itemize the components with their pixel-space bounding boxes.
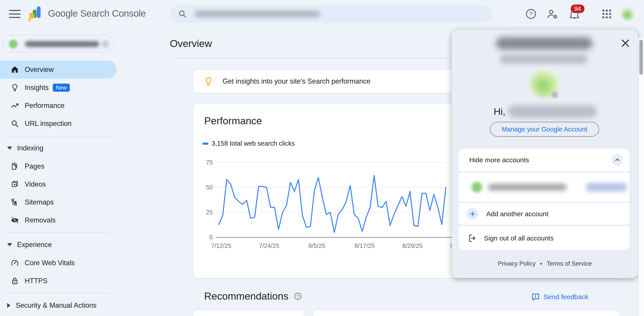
magnifier-icon: [10, 119, 19, 128]
sidebar-item-label: URL inspection: [25, 120, 72, 128]
sidebar-nav: Overview Insights New Performance URL in…: [0, 28, 117, 316]
other-account-avatar: [472, 182, 482, 193]
chart-legend: 3,158 total web search clicks: [202, 140, 295, 147]
manage-accounts-icon[interactable]: [546, 8, 559, 20]
recommendation-card[interactable]: [313, 310, 619, 316]
lock-icon: [10, 276, 19, 285]
collapse-triangle-icon: [7, 146, 12, 150]
send-feedback-label: Send feedback: [544, 293, 588, 301]
svg-text:25: 25: [206, 209, 213, 216]
pages-icon: [10, 162, 19, 171]
vertical-scrollbar-thumb[interactable]: [639, 40, 643, 75]
notification-count-badge: 94: [570, 5, 584, 13]
account-email-secondary-redacted: [500, 55, 588, 63]
svg-text:7/12/25: 7/12/25: [211, 242, 231, 249]
hamburger-menu-icon[interactable]: [9, 10, 21, 18]
search-console-logo-icon: [29, 6, 43, 22]
sign-out-all-accounts-button[interactable]: Sign out of all accounts: [459, 226, 630, 250]
sidebar-item-https[interactable]: HTTPS: [0, 272, 117, 290]
search-icon: [178, 9, 187, 19]
lightbulb-yellow-icon: [203, 76, 214, 87]
sidebar-item-removals[interactable]: Removals: [0, 211, 117, 229]
manage-google-account-button[interactable]: Manage your Google Account: [490, 122, 599, 137]
sidebar-item-url-inspection[interactable]: URL inspection: [0, 115, 117, 133]
send-feedback-link[interactable]: Send feedback: [531, 292, 588, 302]
account-name-redacted: [508, 105, 597, 118]
greeting-text: Hi,: [494, 106, 506, 117]
clicks-series-line: [219, 176, 446, 232]
sidebar-item-label: Overview: [25, 66, 54, 74]
svg-text:8/5/25: 8/5/25: [308, 242, 325, 249]
insights-banner-text: Get insights into your site's Search per…: [222, 77, 370, 85]
svg-text:50: 50: [206, 184, 213, 191]
footer-separator: •: [540, 260, 542, 267]
section-experience[interactable]: Experience: [0, 237, 117, 253]
section-indexing[interactable]: Indexing: [0, 140, 117, 156]
sitemap-tree-icon: [10, 198, 19, 207]
google-search-console-app: Google Search Console ?: [0, 0, 644, 316]
global-search-input[interactable]: [170, 5, 493, 23]
eye-off-icon: [10, 216, 19, 225]
sidebar-item-sitemaps[interactable]: Sitemaps: [0, 193, 117, 211]
app-title: Google Search Console: [48, 8, 146, 19]
svg-text:?: ?: [297, 294, 299, 299]
svg-text:8/17/25: 8/17/25: [354, 242, 375, 249]
help-circle-icon[interactable]: ?: [293, 292, 302, 301]
recommendations-header: Recommendations ?: [204, 290, 302, 302]
collapse-triangle-icon: [7, 243, 12, 246]
other-account-name-redacted: [488, 184, 566, 190]
vertical-scrollbar-track[interactable]: [638, 38, 644, 316]
other-account-chip-redacted: [586, 183, 627, 192]
plus-icon: [466, 208, 478, 220]
chart-x-axis-labels: 7/12/257/24/258/5/258/17/258/29/259/10/2…: [211, 242, 470, 249]
sidebar-item-performance[interactable]: Performance: [0, 97, 117, 115]
recommendation-card[interactable]: [194, 310, 304, 316]
svg-text:?: ?: [529, 11, 533, 18]
section-security-manual-actions[interactable]: Security & Manual Actions: [0, 297, 117, 313]
legend-label: 3,158 total web search clicks: [212, 140, 295, 147]
sidebar-item-pages[interactable]: Pages: [0, 157, 117, 175]
property-avatar: [9, 40, 18, 48]
sidebar-item-label: Performance: [25, 102, 64, 110]
home-icon: [10, 65, 19, 74]
sidebar-item-overview[interactable]: Overview: [0, 61, 117, 79]
account-email-redacted: [496, 37, 592, 49]
expand-triangle-icon: [7, 303, 10, 308]
svg-text:8/29/25: 8/29/25: [402, 242, 422, 249]
sidebar-item-insights[interactable]: Insights New: [0, 79, 117, 97]
sidebar-item-videos[interactable]: Videos: [0, 175, 117, 193]
popup-footer-links: Privacy Policy • Terms of Service: [452, 260, 638, 267]
close-icon[interactable]: [618, 36, 632, 50]
privacy-policy-link[interactable]: Privacy Policy: [498, 260, 536, 267]
search-query-redacted: [194, 11, 320, 17]
avatar-edit-badge: [552, 92, 558, 98]
account-avatar[interactable]: [622, 7, 635, 21]
sidebar-item-core-web-vitals[interactable]: Core Web Vitals: [0, 254, 117, 272]
chevron-up-icon: [612, 154, 623, 166]
google-apps-grid-icon[interactable]: [600, 8, 613, 20]
feedback-icon: [531, 292, 540, 302]
sidebar-divider: [5, 293, 111, 293]
sign-out-icon: [468, 233, 477, 243]
property-selector[interactable]: [2, 35, 114, 52]
trending-up-icon: [10, 101, 19, 110]
chart-y-axis-labels: 0255075: [206, 160, 213, 241]
recommendations-title: Recommendations: [204, 290, 288, 302]
new-badge: New: [53, 84, 70, 92]
speedometer-icon: [10, 258, 19, 267]
sidebar-divider: [5, 137, 111, 137]
help-icon[interactable]: ?: [524, 8, 537, 20]
video-icon: [10, 180, 19, 189]
svg-text:0: 0: [209, 234, 213, 241]
add-another-account-button[interactable]: Add another account: [459, 203, 630, 225]
hide-more-accounts-button[interactable]: Hide more accounts: [459, 148, 630, 172]
other-account-row[interactable]: [459, 173, 630, 202]
property-caret-redacted: [102, 40, 109, 48]
legend-line-swatch: [202, 142, 208, 145]
terms-of-service-link[interactable]: Terms of Service: [546, 260, 592, 267]
property-name-redacted: [25, 41, 99, 47]
greeting-row: Hi,: [494, 105, 597, 118]
sidebar-item-label: Insights: [25, 84, 49, 92]
page-title: Overview: [170, 38, 212, 49]
performance-card-title: Performance: [204, 115, 262, 127]
